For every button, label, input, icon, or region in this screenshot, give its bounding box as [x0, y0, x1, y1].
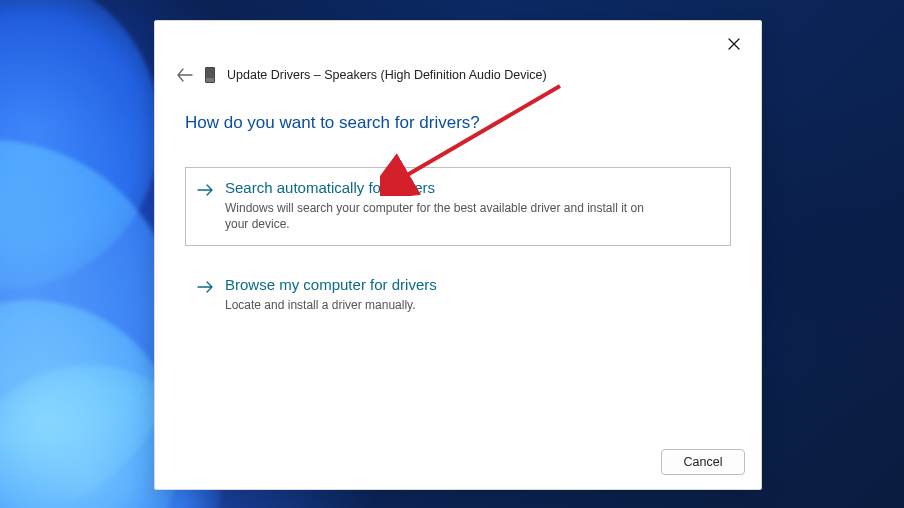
option-title: Search automatically for drivers [225, 179, 665, 198]
arrow-right-icon [197, 183, 215, 201]
back-button[interactable] [177, 68, 193, 82]
close-icon [728, 38, 740, 50]
back-arrow-icon [177, 68, 193, 82]
option-description: Windows will search your computer for th… [225, 200, 665, 232]
dialog-title: Update Drivers – Speakers (High Definiti… [227, 68, 547, 82]
option-browse-computer[interactable]: Browse my computer for drivers Locate an… [185, 264, 731, 327]
close-button[interactable] [725, 35, 743, 53]
option-description: Locate and install a driver manually. [225, 297, 437, 313]
option-search-automatically[interactable]: Search automatically for drivers Windows… [185, 167, 731, 246]
option-title: Browse my computer for drivers [225, 276, 437, 295]
update-drivers-dialog: Update Drivers – Speakers (High Definiti… [154, 20, 762, 490]
arrow-right-icon [197, 280, 215, 298]
dialog-heading: How do you want to search for drivers? [185, 113, 731, 133]
speaker-device-icon [205, 67, 215, 83]
cancel-button[interactable]: Cancel [661, 449, 745, 475]
dialog-titlebar: Update Drivers – Speakers (High Definiti… [177, 67, 739, 83]
